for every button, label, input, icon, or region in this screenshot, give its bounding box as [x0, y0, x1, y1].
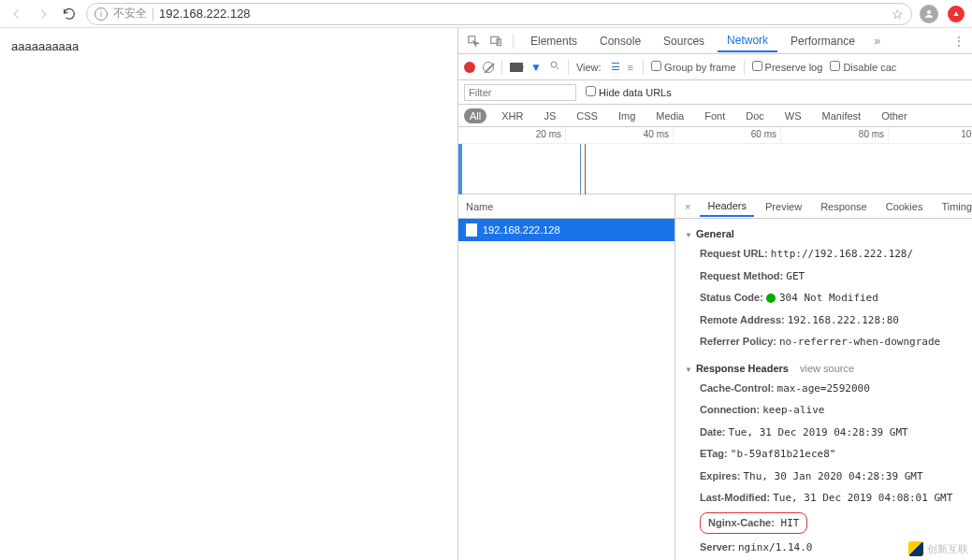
request-list-header[interactable]: Name	[458, 194, 675, 219]
watermark-text: 创新互联	[927, 542, 968, 556]
kv-referrer-policy: Referrer Policy: no-referrer-when-downgr…	[675, 331, 972, 353]
device-toggle-icon[interactable]	[488, 34, 503, 49]
detail-tab-response[interactable]: Response	[813, 197, 875, 216]
svg-point-0	[927, 10, 931, 14]
inspect-icon[interactable]	[466, 34, 481, 49]
network-controls: ▼ View: ☰ ≡ Group by frame Preserve log …	[458, 54, 972, 80]
kv-last-modified: Last-Modified: Tue, 31 Dec 2019 04:08:01…	[675, 487, 972, 510]
watermark: 创新互联	[908, 541, 968, 556]
tab-elements[interactable]: Elements	[521, 31, 587, 51]
timeline-domcontent-line	[580, 144, 581, 194]
request-list: Name 192.168.222.128	[458, 194, 675, 560]
hide-data-urls-checkbox[interactable]: Hide data URLs	[586, 86, 672, 98]
request-item[interactable]: 192.168.222.128	[458, 219, 675, 241]
kebab-menu-icon[interactable]: ⋮	[951, 34, 966, 49]
filter-input[interactable]	[464, 84, 576, 101]
view-list-icon[interactable]: ☰	[609, 59, 622, 75]
info-icon[interactable]: i	[94, 7, 108, 21]
kv-request-method: Request Method: GET	[675, 266, 972, 288]
status-dot-icon	[766, 294, 776, 303]
detail-tab-headers[interactable]: Headers	[700, 196, 754, 217]
preserve-log-checkbox[interactable]: Preserve log	[752, 61, 823, 73]
group-by-frame-checkbox[interactable]: Group by frame	[651, 61, 735, 73]
timeline-overview[interactable]: 20 ms 40 ms 60 ms 80 ms 100 ms	[458, 127, 972, 194]
kv-etag: ETag: "b-59af81b21ece8"	[675, 443, 972, 466]
timeline-request-bar	[458, 144, 462, 194]
view-waterfall-icon[interactable]: ≡	[626, 60, 635, 75]
document-icon	[466, 223, 477, 237]
timeline-tick: 40 ms	[566, 127, 674, 143]
view-label: View:	[576, 62, 602, 73]
screenshot-icon[interactable]	[510, 63, 523, 72]
type-other[interactable]: Other	[876, 108, 913, 123]
detail-body[interactable]: General Request URL: http://192.168.222.…	[675, 219, 972, 560]
type-media[interactable]: Media	[650, 108, 689, 123]
kv-date: Date: Tue, 31 Dec 2019 04:28:39 GMT	[675, 422, 972, 444]
forward-button[interactable]	[34, 5, 52, 23]
timeline-load-line	[585, 144, 586, 194]
kv-connection: Connection: keep-alive	[675, 399, 972, 422]
tab-performance[interactable]: Performance	[781, 31, 864, 51]
extension-icon[interactable]	[948, 6, 965, 22]
type-css[interactable]: CSS	[571, 108, 603, 123]
insecure-label: 不安全	[113, 6, 147, 22]
address-bar[interactable]: i 不安全 192.168.222.128 ☆	[86, 3, 912, 25]
watermark-logo-icon	[908, 541, 923, 556]
section-general[interactable]: General	[675, 224, 972, 243]
devtools-tabs: Elements Console Sources Network Perform…	[458, 28, 972, 54]
view-source-link[interactable]: view source	[800, 363, 854, 374]
url-text: 192.168.222.128	[159, 7, 251, 21]
devtools-panel: Elements Console Sources Network Perform…	[458, 28, 972, 560]
bookmark-star-icon[interactable]: ☆	[892, 7, 904, 22]
record-button[interactable]	[464, 62, 475, 73]
kv-status-code: Status Code: 304 Not Modified	[675, 287, 972, 309]
tab-console[interactable]: Console	[590, 31, 650, 51]
detail-tabs: × Headers Preview Response Cookies Timin…	[675, 194, 972, 219]
browser-toolbar: i 不安全 192.168.222.128 ☆	[0, 0, 972, 28]
detail-tab-timing[interactable]: Timing	[934, 197, 972, 216]
timeline-tick: 80 ms	[781, 127, 889, 143]
type-font[interactable]: Font	[699, 108, 731, 123]
close-detail-icon[interactable]: ×	[679, 201, 696, 212]
type-xhr[interactable]: XHR	[496, 108, 529, 123]
detail-tab-cookies[interactable]: Cookies	[878, 197, 931, 216]
kv-expires: Expires: Thu, 30 Jan 2020 04:28:39 GMT	[675, 466, 972, 488]
timeline-tick: 20 ms	[458, 127, 566, 143]
type-filter-row: All XHR JS CSS Img Media Font Doc WS Man…	[458, 105, 972, 127]
request-item-name: 192.168.222.128	[483, 224, 560, 236]
more-tabs-icon[interactable]: »	[870, 34, 885, 49]
tab-network[interactable]: Network	[718, 30, 777, 52]
clear-button[interactable]	[483, 62, 494, 73]
back-button[interactable]	[7, 5, 26, 23]
kv-nginx-cache: Nginx-Cache: HIT	[675, 510, 972, 538]
type-all[interactable]: All	[464, 108, 486, 123]
page-body-text: aaaaaaaaaa	[11, 39, 79, 53]
search-icon[interactable]	[549, 60, 560, 74]
detail-tab-preview[interactable]: Preview	[758, 197, 809, 216]
disable-cache-checkbox[interactable]: Disable cac	[830, 61, 896, 73]
type-js[interactable]: JS	[538, 108, 561, 123]
type-ws[interactable]: WS	[779, 108, 807, 123]
detail-panel: × Headers Preview Response Cookies Timin…	[675, 194, 972, 560]
type-doc[interactable]: Doc	[740, 108, 770, 123]
timeline-tick: 60 ms	[674, 127, 781, 143]
svg-point-4	[551, 62, 557, 67]
tab-sources[interactable]: Sources	[654, 31, 714, 51]
kv-remote-address: Remote Address: 192.168.222.128:80	[675, 309, 972, 332]
reload-button[interactable]	[60, 5, 79, 23]
divider	[152, 7, 153, 21]
kv-request-url: Request URL: http://192.168.222.128/	[675, 243, 972, 266]
type-manifest[interactable]: Manifest	[817, 108, 867, 123]
kv-cache-control: Cache-Control: max-age=2592000	[675, 378, 972, 400]
type-img[interactable]: Img	[613, 108, 641, 123]
timeline-tick: 100 ms	[889, 127, 972, 143]
section-response-headers[interactable]: Response Headersview source	[675, 359, 972, 378]
filter-row: Hide data URLs	[458, 80, 972, 105]
page-content: aaaaaaaaaa	[0, 28, 458, 560]
filter-toggle-icon[interactable]: ▼	[530, 61, 542, 74]
user-avatar-icon[interactable]	[920, 5, 938, 23]
